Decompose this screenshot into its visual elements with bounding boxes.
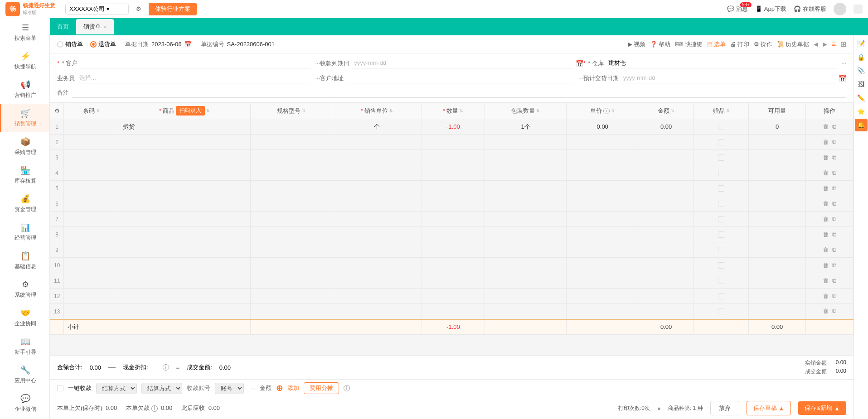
- cell-amount[interactable]: [639, 150, 693, 165]
- cell-unit-price[interactable]: [566, 212, 639, 227]
- cell-unit-price[interactable]: [566, 289, 639, 304]
- sidebar-item-finance[interactable]: 💰 资金管理: [0, 189, 49, 218]
- copy-icon[interactable]: ⧉: [832, 246, 836, 253]
- delete-icon[interactable]: 🗑: [823, 246, 829, 253]
- delete-icon[interactable]: 🗑: [823, 154, 829, 161]
- delete-icon[interactable]: 🗑: [823, 139, 829, 145]
- copy-icon[interactable]: ⧉: [832, 293, 836, 299]
- sidebar-item-search[interactable]: ☰ 搜索菜单: [0, 18, 49, 47]
- cell-unit-price[interactable]: [566, 258, 639, 273]
- sort-barcode-icon[interactable]: ⇅: [96, 109, 100, 113]
- cell-pkg-qty[interactable]: [485, 289, 567, 304]
- cell-barcode[interactable]: [64, 212, 119, 227]
- delete-icon[interactable]: 🗑: [823, 231, 829, 238]
- cell-gift[interactable]: [693, 304, 748, 319]
- copy-icon[interactable]: ⧉: [832, 216, 836, 222]
- addr-dots-icon[interactable]: ···: [578, 75, 583, 82]
- cell-unit-price[interactable]: [566, 181, 639, 196]
- cell-pkg-qty[interactable]: [485, 212, 567, 227]
- cell-product[interactable]: [119, 227, 250, 242]
- cell-qty[interactable]: [422, 273, 485, 289]
- cell-gift[interactable]: [693, 181, 748, 196]
- cell-spec[interactable]: [250, 212, 332, 227]
- cell-unit-price[interactable]: [566, 242, 639, 258]
- customer-addr-input[interactable]: [346, 73, 573, 83]
- cell-qty[interactable]: -1.00: [422, 119, 485, 135]
- copy-icon[interactable]: ⧉: [832, 308, 836, 314]
- cell-spec[interactable]: [250, 196, 332, 212]
- expense-info-icon[interactable]: i: [344, 385, 350, 391]
- trial-button[interactable]: 体验行业方案: [149, 3, 197, 15]
- copy-icon[interactable]: ⧉: [832, 154, 836, 161]
- th-settings[interactable]: ⚙: [50, 103, 64, 119]
- cell-gift[interactable]: [693, 135, 748, 150]
- cell-amount[interactable]: [639, 304, 693, 319]
- cell-pkg-qty[interactable]: [485, 242, 567, 258]
- operate-link[interactable]: ⚙ 操作: [754, 40, 772, 48]
- cell-gift[interactable]: [693, 227, 748, 242]
- sidebar-item-marketing[interactable]: 📢 营销推广: [0, 75, 49, 104]
- cell-pkg-qty[interactable]: [485, 227, 567, 242]
- cell-barcode[interactable]: [64, 258, 119, 273]
- cell-unit[interactable]: 个: [332, 119, 422, 135]
- cell-unit[interactable]: [332, 181, 422, 196]
- cell-product[interactable]: [119, 242, 250, 258]
- cell-gift[interactable]: [693, 196, 748, 212]
- cell-barcode[interactable]: [64, 196, 119, 212]
- sort-pkg-icon[interactable]: ⇅: [536, 109, 540, 113]
- cell-unit-price[interactable]: [566, 135, 639, 150]
- settings-icon[interactable]: ⚙: [132, 3, 145, 15]
- cell-barcode[interactable]: [64, 135, 119, 150]
- cell-barcode[interactable]: [64, 150, 119, 165]
- cell-unit[interactable]: [332, 135, 422, 150]
- sidebar-item-quick[interactable]: ⚡ 快捷导航: [0, 47, 49, 75]
- cell-amount[interactable]: [639, 289, 693, 304]
- cell-product[interactable]: [119, 135, 250, 150]
- cell-barcode[interactable]: [64, 304, 119, 319]
- account-dots-icon[interactable]: ···: [250, 385, 255, 392]
- cell-qty[interactable]: [422, 135, 485, 150]
- cell-unit-price[interactable]: [566, 150, 639, 165]
- customer-dots-icon[interactable]: ···: [315, 60, 320, 67]
- avatar[interactable]: [834, 3, 846, 15]
- cell-spec[interactable]: [250, 273, 332, 289]
- debt-info-icon[interactable]: i: [151, 405, 158, 412]
- video-link[interactable]: ▶ 视频: [628, 40, 645, 48]
- cell-spec[interactable]: [250, 304, 332, 319]
- cell-unit[interactable]: [332, 273, 422, 289]
- one-click-checkbox[interactable]: [57, 385, 63, 391]
- cell-unit[interactable]: [332, 227, 422, 242]
- copy-icon[interactable]: ⧉: [832, 200, 836, 207]
- copy-icon[interactable]: ⧉: [832, 123, 836, 130]
- cell-unit-price[interactable]: [566, 304, 639, 319]
- cell-spec[interactable]: [250, 135, 332, 150]
- cell-amount[interactable]: [639, 196, 693, 212]
- nav-next-icon[interactable]: ▶: [823, 41, 827, 48]
- app-download-btn[interactable]: 📱 App下载: [755, 5, 786, 13]
- cell-qty[interactable]: [422, 150, 485, 165]
- cell-product[interactable]: [119, 273, 250, 289]
- cell-pkg-qty[interactable]: [485, 135, 567, 150]
- cell-pkg-qty[interactable]: [485, 304, 567, 319]
- help-link[interactable]: ❓ 帮助: [650, 40, 670, 48]
- cell-spec[interactable]: [250, 181, 332, 196]
- cell-qty[interactable]: [422, 165, 485, 181]
- copy-icon[interactable]: ⧉: [832, 277, 836, 284]
- discount-info-icon[interactable]: i: [163, 364, 169, 371]
- cell-unit[interactable]: [332, 196, 422, 212]
- sidebar-item-enterprise[interactable]: 🤝 企业协同: [0, 303, 49, 332]
- sidebar-item-wechat[interactable]: 💬 企业微信: [0, 389, 49, 418]
- side-tool-notify[interactable]: 🔔: [855, 119, 868, 131]
- copy-icon[interactable]: ⧉: [832, 139, 836, 145]
- cell-unit[interactable]: [332, 258, 422, 273]
- cell-product[interactable]: [119, 181, 250, 196]
- cell-pkg-qty[interactable]: [485, 181, 567, 196]
- cell-pkg-qty[interactable]: [485, 258, 567, 273]
- sort-spec-icon[interactable]: ⇅: [302, 109, 305, 113]
- print-link[interactable]: 🖨 打印: [730, 40, 749, 48]
- radio-return[interactable]: 退货单: [90, 40, 116, 48]
- cell-gift[interactable]: [693, 212, 748, 227]
- sort-product-icon[interactable]: ⇅: [206, 109, 210, 113]
- cell-product[interactable]: [119, 165, 250, 181]
- add-payment-icon[interactable]: ⊕: [276, 383, 283, 393]
